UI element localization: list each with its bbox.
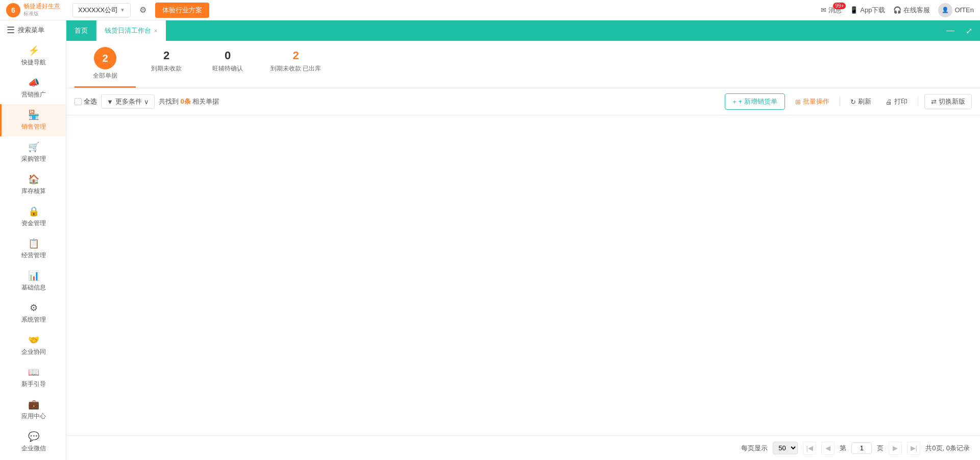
sidebar-item-enterprise[interactable]: 🤝 企业协同 xyxy=(0,329,66,361)
sidebar-item-wechat[interactable]: 💬 企业微信 xyxy=(0,426,66,458)
filter-chevron-icon: ∨ xyxy=(144,98,149,106)
stat-tab-wangfu[interactable]: 0 旺辅待确认 xyxy=(197,41,258,88)
filter-btn-label: 更多条件 xyxy=(115,97,142,106)
tab-bar: 首页 钱货日清工作台 × — ⤢ xyxy=(66,20,980,41)
sidebar-item-label-apps: 应用中心 xyxy=(21,412,46,421)
stats-tabs: 2 全部单据 2 到期未收款 0 旺辅待确认 2 到期未收款 已出库 xyxy=(66,41,980,88)
next-page-button[interactable]: ▶ xyxy=(889,442,902,455)
per-page-label: 每页显示 xyxy=(741,444,768,453)
switch-version-button[interactable]: ⇄ 切换新版 xyxy=(924,94,972,109)
quick-nav-icon: ⚡ xyxy=(28,45,39,56)
system-icon: ⚙ xyxy=(30,302,38,313)
tab-home-label: 首页 xyxy=(75,26,88,35)
batch-btn-label: 批量操作 xyxy=(803,97,829,106)
sidebar-item-purchase[interactable]: 🛒 采购管理 xyxy=(0,136,66,168)
app-download-item[interactable]: 📱 App下载 xyxy=(850,6,885,15)
sidebar-item-sales[interactable]: 🏪 销售管理 xyxy=(0,104,66,136)
sidebar-item-label-purchase: 采购管理 xyxy=(21,155,46,163)
toolbar-divider xyxy=(840,96,840,107)
stat-num-all: 2 xyxy=(94,47,116,69)
enterprise-icon: 🤝 xyxy=(28,334,39,346)
pagination-bar: 每页显示 50 |◀ ◀ 第 页 ▶ ▶| 共0页, 0条记录 xyxy=(66,435,980,460)
sidebar-item-inventory[interactable]: 🏠 库存核算 xyxy=(0,168,66,201)
sidebar-item-search[interactable]: ☰ 搜索菜单 xyxy=(0,20,66,40)
top-right-area: ✉ 消息 99+ 📱 App下载 🎧 在线客服 👤 OfTEn xyxy=(821,3,974,17)
prev-page-button[interactable]: ◀ xyxy=(821,442,835,455)
select-all-text: 全选 xyxy=(84,97,97,106)
sidebar-item-basic-info[interactable]: 📊 基础信息 xyxy=(0,265,66,297)
plus-icon: + xyxy=(732,98,737,106)
stat-tab-all[interactable]: 2 全部单据 xyxy=(75,41,136,88)
total-info: 共0页, 0条记录 xyxy=(925,444,970,453)
top-bar: 6 畅捷通好生意 标准版 XXXXXX公司 ▼ ⚙ 体验行业方案 ✉ 消息 99… xyxy=(0,0,980,20)
finance-icon: 🔒 xyxy=(28,206,39,217)
sidebar-item-marketing[interactable]: 📣 营销推广 xyxy=(0,72,66,104)
sidebar-item-apps[interactable]: 💼 应用中心 xyxy=(0,394,66,426)
batch-operation-button[interactable]: ⊞ 批量操作 xyxy=(791,95,834,108)
sales-icon: 🏪 xyxy=(28,109,39,120)
chevron-down-icon: ▼ xyxy=(120,7,125,13)
sidebar-item-guide[interactable]: 📖 新手引导 xyxy=(0,361,66,394)
tab-close-icon[interactable]: × xyxy=(154,28,157,34)
stat-tab-shipped[interactable]: 2 到期未收款 已出库 xyxy=(258,41,333,88)
company-name: XXXXXX公司 xyxy=(78,6,118,15)
trial-button[interactable]: 体验行业方案 xyxy=(155,3,209,18)
app-name: 畅捷通好生意 xyxy=(23,3,60,11)
tab-home[interactable]: 首页 xyxy=(66,20,96,41)
phone-icon: 📱 xyxy=(850,6,858,14)
new-order-button[interactable]: + + 新增销货单 xyxy=(725,93,785,110)
sidebar-item-operations[interactable]: 📋 经营管理 xyxy=(0,233,66,265)
select-all-checkbox[interactable] xyxy=(75,98,82,105)
inventory-icon: 🏠 xyxy=(28,174,39,185)
online-service-item[interactable]: 🎧 在线客服 xyxy=(893,6,930,15)
sidebar-item-label-search: 搜索菜单 xyxy=(18,26,44,35)
sidebar-item-quick-nav[interactable]: ⚡ 快捷导航 xyxy=(0,40,66,72)
stat-label-shipped: 到期未收款 已出库 xyxy=(271,64,321,73)
inner-content: 2 全部单据 2 到期未收款 0 旺辅待确认 2 到期未收款 已出库 xyxy=(66,41,980,460)
messages-item[interactable]: ✉ 消息 99+ xyxy=(821,6,842,15)
last-page-button[interactable]: ▶| xyxy=(907,442,920,455)
avatar: 👤 xyxy=(938,3,952,17)
search-menu-icon: ☰ xyxy=(7,25,15,36)
tab-expand-button[interactable]: ⤢ xyxy=(962,23,976,38)
print-button[interactable]: 🖨 打印 xyxy=(881,95,912,108)
sidebar-item-label-basic-info: 基础信息 xyxy=(21,283,46,292)
first-page-button[interactable]: |◀ xyxy=(803,442,816,455)
sidebar-item-finance[interactable]: 🔒 资金管理 xyxy=(0,201,66,233)
tab-bar-actions: — ⤢ xyxy=(943,20,980,41)
sidebar-item-label-guide: 新手引导 xyxy=(21,380,46,389)
page-number-input[interactable] xyxy=(851,442,872,454)
toolbar-right: + + 新增销货单 ⊞ 批量操作 ↻ 刷新 🖨 打印 xyxy=(725,93,972,110)
main-layout: ☰ 搜索菜单 ⚡ 快捷导航 📣 营销推广 🏪 销售管理 🛒 采购管理 🏠 库存核… xyxy=(0,20,980,460)
app-version: 标准版 xyxy=(23,10,60,17)
user-name: OfTEn xyxy=(954,6,974,14)
print-label: 打印 xyxy=(894,97,908,106)
online-service-label: 在线客服 xyxy=(903,6,930,15)
batch-icon: ⊞ xyxy=(795,98,801,106)
toolbar-divider-2 xyxy=(918,96,918,107)
found-count: 0条 xyxy=(181,98,191,105)
refresh-button[interactable]: ↻ 刷新 xyxy=(846,95,875,108)
tab-minimize-button[interactable]: — xyxy=(943,23,958,38)
sidebar: ☰ 搜索菜单 ⚡ 快捷导航 📣 营销推广 🏪 销售管理 🛒 采购管理 🏠 库存核… xyxy=(0,20,66,460)
company-selector[interactable]: XXXXXX公司 ▼ xyxy=(72,3,131,17)
logo-icon: 6 xyxy=(6,3,20,17)
logo-area: 6 畅捷通好生意 标准版 xyxy=(6,3,72,18)
sidebar-item-label-marketing: 营销推广 xyxy=(21,90,46,99)
sidebar-item-label-enterprise: 企业协同 xyxy=(21,348,46,356)
stat-label-overdue: 到期未收款 xyxy=(151,64,182,73)
sidebar-item-label-sales: 销售管理 xyxy=(21,123,46,131)
sidebar-item-system[interactable]: ⚙ 系统管理 xyxy=(0,297,66,329)
guide-icon: 📖 xyxy=(28,367,39,378)
settings-icon[interactable]: ⚙ xyxy=(136,3,150,17)
basic-info-icon: 📊 xyxy=(28,270,39,281)
avatar-item[interactable]: 👤 OfTEn xyxy=(938,3,974,17)
tab-active[interactable]: 钱货日清工作台 × xyxy=(96,20,166,41)
select-all-label[interactable]: 全选 xyxy=(75,97,97,106)
new-order-label: + 新增销货单 xyxy=(739,97,777,106)
sidebar-item-member[interactable]: ♛ 畅会员 xyxy=(0,458,66,460)
filter-button[interactable]: ▼ 更多条件 ∨ xyxy=(101,94,155,109)
per-page-select[interactable]: 50 xyxy=(773,442,798,454)
stat-tab-overdue[interactable]: 2 到期未收款 xyxy=(136,41,197,88)
toolbar: 全选 ▼ 更多条件 ∨ 共找到 0条 相关单据 + xyxy=(66,88,980,115)
